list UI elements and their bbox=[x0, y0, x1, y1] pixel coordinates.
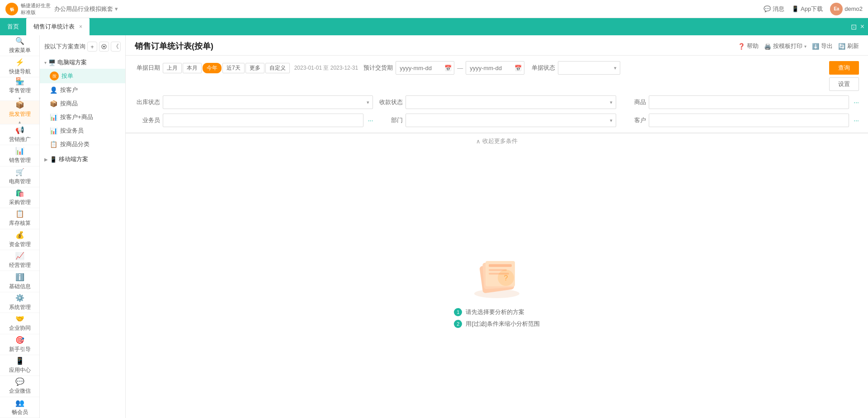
action-buttons: 查询 设置 bbox=[829, 61, 859, 91]
sidebar-item-purchase[interactable]: 🛍️ 采购管理 bbox=[0, 187, 39, 208]
mobile-icon: 📱 bbox=[50, 156, 57, 163]
staff-input[interactable] bbox=[163, 114, 363, 127]
page-actions: ❓ 帮助 🖨️ 按模板打印 ▾ ⬇️ 导出 🔄 刷新 bbox=[738, 42, 859, 50]
user-avatar: Ea bbox=[830, 3, 843, 15]
sidebar-item-sales[interactable]: 📊 销售管理 bbox=[0, 145, 39, 166]
message-button[interactable]: 💬 消息 bbox=[764, 5, 784, 13]
app-download-button[interactable]: 📱 App下载 bbox=[792, 5, 823, 13]
refresh-button[interactable]: 🔄 刷新 bbox=[838, 42, 859, 50]
dept-select[interactable] bbox=[406, 114, 616, 127]
window-restore-btn[interactable]: ⊡ bbox=[851, 23, 857, 31]
logo-text: 畅捷通好生意 标准版 bbox=[21, 2, 51, 15]
customer-more-icon[interactable]: ··· bbox=[854, 117, 859, 124]
out-status-select[interactable] bbox=[163, 95, 373, 109]
staff-more-icon[interactable]: ··· bbox=[368, 117, 373, 124]
inventory-icon: 📋 bbox=[15, 209, 24, 218]
sidebar-item-system[interactable]: ⚙️ 系统管理 bbox=[0, 292, 39, 313]
tree-group-mobile-title[interactable]: ▶ 📱 移动端方案 bbox=[40, 153, 125, 166]
edit-scheme-button[interactable] bbox=[99, 42, 109, 52]
expected-date-end-input[interactable] bbox=[466, 61, 524, 75]
empty-illustration: ? bbox=[461, 239, 533, 303]
edit-icon bbox=[101, 44, 107, 49]
settings-button[interactable]: 设置 bbox=[829, 77, 859, 91]
sidebar-item-finance[interactable]: 💰 资金管理 bbox=[0, 229, 39, 250]
hint-text-1: 请先选择要分析的方案 bbox=[466, 308, 524, 316]
main-layout: 🔍 搜索菜单 ⚡ 快捷导航 🏪 零售管理 ▾ 📦 批发管理 ▴ 📢 营销推广 📊… bbox=[0, 35, 868, 418]
sidebar-item-basic-info[interactable]: ℹ️ 基础信息 bbox=[0, 271, 39, 292]
sidebar-item-member[interactable]: 👥 畅会员 bbox=[0, 397, 39, 418]
sidebar-item-marketing[interactable]: 📢 营销推广 bbox=[0, 124, 39, 145]
empty-hints: 1 请先选择要分析的方案 2 用[过滤]条件来缩小分析范围 bbox=[454, 308, 539, 328]
product-input[interactable] bbox=[649, 95, 849, 109]
help-button[interactable]: ❓ 帮助 bbox=[738, 42, 759, 50]
sidebar-item-wechat[interactable]: 💬 企业微信 bbox=[0, 376, 39, 397]
hint-num-2: 2 bbox=[454, 320, 462, 328]
date-btn-last-month[interactable]: 上月 bbox=[163, 63, 182, 73]
app-download-icon: 📱 bbox=[792, 5, 799, 12]
date-label: 单据日期 bbox=[135, 64, 160, 72]
sidebar-item-newbie[interactable]: 🎯 新手引导 bbox=[0, 334, 39, 355]
date-btn-more[interactable]: 更多 bbox=[245, 63, 264, 73]
sidebar-item-app-center[interactable]: 📱 应用中心 bbox=[0, 355, 39, 376]
date-btn-7days[interactable]: 近7天 bbox=[222, 63, 245, 73]
receipt-status-select[interactable] bbox=[406, 95, 616, 109]
date-btn-custom[interactable]: 自定义 bbox=[265, 63, 290, 73]
order-status-select-wrapper bbox=[558, 61, 620, 75]
sidebar-item-quick-nav[interactable]: ⚡ 快捷导航 bbox=[0, 56, 39, 77]
sidebar-item-operations[interactable]: 📈 经营管理 bbox=[0, 250, 39, 271]
collapse-panel-button[interactable]: 《 bbox=[111, 42, 121, 52]
customer-filter-group: 客户 ··· bbox=[621, 114, 859, 127]
expected-date-start-wrapper: 📅 bbox=[396, 61, 454, 75]
breadcrumb-arrow-icon[interactable]: ▾ bbox=[115, 5, 118, 12]
sidebar: 🔍 搜索菜单 ⚡ 快捷导航 🏪 零售管理 ▾ 📦 批发管理 ▴ 📢 营销推广 📊… bbox=[0, 35, 40, 418]
tree-group-desktop-title[interactable]: ▾ 🖥️ 电脑端方案 bbox=[40, 56, 125, 69]
tree-item-by-order[interactable]: 按 按单 bbox=[40, 69, 125, 83]
window-close-btn[interactable]: × bbox=[860, 23, 864, 31]
tree-item-by-product[interactable]: 📦 按商品 bbox=[40, 97, 125, 110]
marketing-icon: 📢 bbox=[15, 126, 24, 134]
breadcrumb: 办公用品行业模拟账套 ▾ bbox=[54, 5, 118, 13]
receipt-status-select-wrapper bbox=[406, 95, 616, 109]
export-button[interactable]: ⬇️ 导出 bbox=[812, 42, 833, 50]
expected-date-start-input[interactable] bbox=[396, 61, 454, 75]
query-button[interactable]: 查询 bbox=[829, 61, 859, 75]
tab-home[interactable]: 首页 bbox=[0, 18, 26, 35]
user-menu[interactable]: Ea demo2 bbox=[830, 3, 863, 15]
sidebar-item-retail[interactable]: 🏪 零售管理 ▾ bbox=[0, 77, 39, 101]
order-status-label: 单据状态 bbox=[530, 64, 555, 72]
tree-expand-icon: ▾ bbox=[44, 60, 47, 65]
operations-icon: 📈 bbox=[15, 252, 24, 260]
receipt-status-label: 收款状态 bbox=[377, 98, 403, 106]
date-btn-this-month[interactable]: 本月 bbox=[183, 63, 202, 73]
print-button[interactable]: 🖨️ 按模板打印 ▾ bbox=[764, 42, 807, 50]
sidebar-item-enterprise[interactable]: 🤝 企业协同 bbox=[0, 313, 39, 334]
tree-item-by-customer[interactable]: 👤 按客户 bbox=[40, 83, 125, 97]
collapse-bar[interactable]: ∧ 收起更多条件 bbox=[126, 133, 868, 149]
tree-item-by-category[interactable]: 📋 按商品分类 bbox=[40, 138, 125, 151]
sidebar-item-inventory[interactable]: 📋 库存核算 bbox=[0, 208, 39, 229]
category-item-icon: 📋 bbox=[50, 141, 57, 148]
customer-input[interactable] bbox=[649, 114, 849, 127]
message-icon: 💬 bbox=[764, 5, 771, 12]
tree-item-by-staff[interactable]: 📊 按业务员 bbox=[40, 124, 125, 138]
sidebar-item-wholesale[interactable]: 📦 批发管理 ▴ bbox=[0, 101, 39, 124]
add-scheme-button[interactable]: + bbox=[87, 42, 97, 52]
sidebar-item-search[interactable]: 🔍 搜索菜单 bbox=[0, 35, 39, 56]
product-filter-label: 商品 bbox=[621, 98, 646, 106]
date-btn-this-year[interactable]: 今年 bbox=[203, 63, 222, 73]
computer-icon: 🖥️ bbox=[48, 59, 56, 66]
wholesale-arrow-icon: ▴ bbox=[19, 119, 21, 124]
tab-close-icon[interactable]: × bbox=[79, 24, 82, 30]
logo-area: 畅 畅捷通好生意 标准版 bbox=[5, 2, 51, 15]
out-status-group: 出库状态 bbox=[135, 95, 373, 109]
product-more-icon[interactable]: ··· bbox=[854, 99, 859, 106]
svg-point-3 bbox=[103, 46, 105, 48]
order-status-select[interactable] bbox=[558, 61, 620, 75]
search-icon: 🔍 bbox=[15, 37, 24, 45]
date-sep: — bbox=[457, 65, 463, 71]
sidebar-item-ecommerce[interactable]: 🛒 电商管理 bbox=[0, 166, 39, 187]
newbie-icon: 🎯 bbox=[15, 336, 24, 344]
tree-item-by-cust-prod[interactable]: 📊 按客户+商品 bbox=[40, 110, 125, 124]
tab-sales-order[interactable]: 销售订单统计表 × bbox=[26, 18, 90, 35]
system-icon: ⚙️ bbox=[15, 294, 24, 302]
